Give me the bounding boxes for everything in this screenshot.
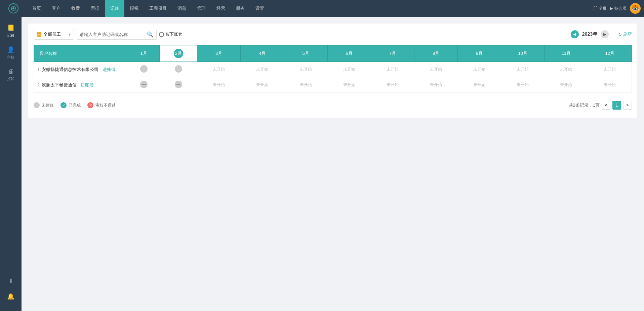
audit-icon: 👤 xyxy=(7,46,14,53)
account-checkbox[interactable] xyxy=(159,32,164,37)
sidebar-notification[interactable]: 🔔 xyxy=(7,289,14,304)
legend-dot-teal: ✓ xyxy=(61,102,67,108)
table-footer: 未建账 ✓ 已完成 ✕ 审核不通过 共2条记录，1页 < 1 > xyxy=(34,98,632,112)
next-page-button[interactable]: > xyxy=(623,101,632,110)
bookkeeping-table: 客户名称 1月 2月 3月 4月 5月 6月 7月 8月 9月 10月 11月 xyxy=(34,45,632,93)
year-next-button[interactable]: ▶ xyxy=(601,30,609,38)
employee-icon: 人 xyxy=(37,32,41,37)
fullscreen-button[interactable]: ⛶ 全屏 xyxy=(593,6,607,11)
row-num: 1 xyxy=(37,67,40,72)
col-header-nov: 11月 xyxy=(545,45,588,62)
row-0-month-1[interactable] xyxy=(160,62,197,77)
row-1-month-3: 未开始 xyxy=(241,77,284,93)
table-row: 2漠澜太平畅捷通信 进账簿未开始未开始未开始未开始未开始未开始未开始未开始未开始… xyxy=(34,77,632,93)
sidebar: 📒 记账 👤 审核 🖨 打印 ⬇ 🔔 xyxy=(0,17,22,311)
refresh-button[interactable]: ↻ 刷新 xyxy=(618,31,632,37)
row-0-month-8: 未开始 xyxy=(458,62,501,77)
row-1-month-2: 未开始 xyxy=(197,77,241,93)
row-1-month-9: 未开始 xyxy=(501,77,545,93)
account-checkbox-label[interactable]: 名下账套 xyxy=(159,31,183,37)
status-circle-icon[interactable] xyxy=(140,81,148,88)
row-1-month-1[interactable] xyxy=(160,77,197,93)
col-header-aug: 8月 xyxy=(414,45,457,62)
nav-message[interactable]: 消息 xyxy=(172,0,192,17)
main-content: 人 全部员工 ▾ 🔍 名下账套 ◀ 2023年 ▶ ↻ xyxy=(22,17,644,311)
legend-not-created: 未建账 xyxy=(34,102,54,108)
svg-point-1 xyxy=(12,7,14,9)
download-icon: ⬇ xyxy=(8,277,13,285)
customer-name: 安徽畅捷通信息技术有限公司 xyxy=(42,67,98,72)
col-header-jul: 7月 xyxy=(371,45,414,62)
row-0-month-2: 未开始 xyxy=(197,62,241,77)
sidebar-item-print[interactable]: 🖨 打印 xyxy=(0,64,22,85)
sidebar-item-bookkeeping[interactable]: 📒 记账 xyxy=(0,20,22,42)
table-body: 1安徽畅捷通信息技术有限公司 进账簿未开始未开始未开始未开始未开始未开始未开始未… xyxy=(34,62,632,93)
enter-ledger-link[interactable]: 进账簿 xyxy=(103,67,116,72)
nav-manage[interactable]: 管理 xyxy=(192,0,211,17)
customer-name: 漠澜太平畅捷通信 xyxy=(42,82,77,87)
prev-page-button[interactable]: < xyxy=(602,101,610,110)
legend-rejected: ✕ 审核不通过 xyxy=(87,102,116,108)
employee-select[interactable]: 人 全部员工 ▾ xyxy=(34,29,74,40)
nav-operation[interactable]: 经营 xyxy=(211,0,231,17)
table-wrapper: 客户名称 1月 2月 3月 4月 5月 6月 7月 8月 9月 10月 11月 xyxy=(34,45,632,93)
bell-icon: 🔔 xyxy=(7,293,14,300)
col-header-may: 5月 xyxy=(284,45,327,62)
row-1-month-7: 未开始 xyxy=(414,77,457,93)
current-page-button[interactable]: 1 xyxy=(612,101,621,110)
row-0-month-9: 未开始 xyxy=(501,62,545,77)
search-input[interactable] xyxy=(77,29,144,39)
nav-business[interactable]: 工商项目 xyxy=(144,0,172,17)
user-avatar[interactable]: 🐯 xyxy=(630,3,641,14)
row-1-month-5: 未开始 xyxy=(327,77,371,93)
row-0-month-4: 未开始 xyxy=(284,62,327,77)
content-card: 人 全部员工 ▾ 🔍 名下账套 ◀ 2023年 ▶ ↻ xyxy=(28,24,637,118)
row-0-name-cell: 1安徽畅捷通信息技术有限公司 进账簿 xyxy=(34,62,128,77)
col-header-jun: 6月 xyxy=(327,45,371,62)
legend-dot-gray xyxy=(34,102,40,108)
row-0-month-5: 未开始 xyxy=(327,62,371,77)
year-navigation: ◀ 2023年 ▶ xyxy=(571,30,609,38)
pagination: 共2条记录，1页 < 1 > xyxy=(569,101,632,110)
nav-settings[interactable]: 设置 xyxy=(250,0,270,17)
row-0-month-3: 未开始 xyxy=(241,62,284,77)
nav-bookkeeping[interactable]: 记账 xyxy=(105,0,124,17)
year-display: 2023年 xyxy=(582,31,597,37)
search-button[interactable]: 🔍 xyxy=(144,29,156,39)
refresh-icon: ↻ xyxy=(618,32,622,37)
sidebar-bottom: ⬇ 🔔 xyxy=(7,273,14,311)
row-0-month-10: 未开始 xyxy=(545,62,588,77)
nav-invoice[interactable]: 票据 xyxy=(85,0,105,17)
search-box: 🔍 xyxy=(77,29,157,40)
row-1-month-0[interactable] xyxy=(128,77,160,93)
sidebar-download[interactable]: ⬇ xyxy=(7,273,14,289)
nav-tax[interactable]: 报税 xyxy=(124,0,144,17)
video-icon: ▶ xyxy=(610,6,613,11)
year-prev-button[interactable]: ◀ xyxy=(571,30,579,38)
nav-service[interactable]: 服务 xyxy=(231,0,250,17)
row-1-month-11: 未开始 xyxy=(588,77,632,93)
app-logo[interactable] xyxy=(3,3,24,14)
print-icon: 🖨 xyxy=(8,68,14,75)
dropdown-arrow-icon: ▾ xyxy=(69,32,71,37)
row-num: 2 xyxy=(37,82,40,87)
enter-ledger-link[interactable]: 进账簿 xyxy=(81,82,94,87)
row-1-month-10: 未开始 xyxy=(545,77,588,93)
nav-customer[interactable]: 客户 xyxy=(46,0,66,17)
col-header-sep: 9月 xyxy=(458,45,501,62)
vip-button[interactable]: ▶ 畅会员 xyxy=(610,6,627,11)
table-header-row: 客户名称 1月 2月 3月 4月 5月 6月 7月 8月 9月 10月 11月 xyxy=(34,45,632,62)
nav-billing[interactable]: 收费 xyxy=(66,0,85,17)
nav-home[interactable]: 首页 xyxy=(27,0,46,17)
status-circle-icon[interactable] xyxy=(175,65,182,73)
nav-menu: 首页 客户 收费 票据 记账 报税 工商项目 消息 管理 经营 服务 设置 xyxy=(27,0,593,17)
legend-completed: ✓ 已完成 xyxy=(61,102,81,108)
col-header-dec: 12月 xyxy=(588,45,632,62)
row-1-month-6: 未开始 xyxy=(371,77,414,93)
row-0-month-0[interactable] xyxy=(128,62,160,77)
sidebar-item-audit[interactable]: 👤 审核 xyxy=(0,42,22,64)
row-0-month-7: 未开始 xyxy=(414,62,457,77)
status-circle-icon[interactable] xyxy=(140,65,148,73)
col-header-mar: 3月 xyxy=(197,45,241,62)
status-circle-icon[interactable] xyxy=(175,81,182,88)
